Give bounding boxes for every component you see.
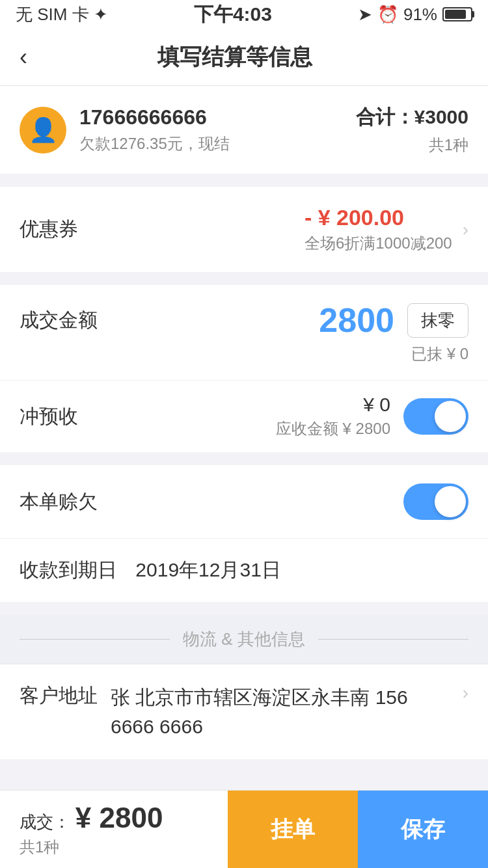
gap-1: [0, 174, 488, 187]
pre-right: ¥ 0 应收金额 ¥ 2800: [276, 394, 468, 439]
deal-amount-section: 成交金额 2800 抹零 已抹 ¥ 0: [0, 285, 488, 380]
coupon-label: 优惠券: [20, 216, 78, 243]
bottom-price: ¥ 2800: [75, 802, 163, 834]
pre-values: ¥ 0 应收金额 ¥ 2800: [276, 394, 390, 439]
address-chevron-icon: ›: [463, 683, 468, 703]
avatar: 👤: [20, 107, 66, 154]
gap-4: [0, 602, 488, 615]
due-date-label: 收款到期日: [20, 559, 117, 580]
status-bar: 无 SIM 卡 ✦ 下午4:03 ➤ ⏰ 91%: [0, 0, 488, 29]
coupon-chevron-icon: ›: [463, 219, 468, 240]
bottom-count: 共1种: [20, 837, 208, 858]
pre-collection-row: 冲预收 ¥ 0 应收金额 ¥ 2800: [0, 380, 488, 452]
divider-left: [20, 639, 170, 640]
round-button[interactable]: 抹零: [407, 303, 468, 338]
customer-info: 17666666666 欠款1276.35元，现结: [79, 105, 230, 154]
save-button[interactable]: 保存: [358, 791, 488, 868]
logistics-divider: 物流 & 其他信息: [0, 615, 488, 664]
status-left: 无 SIM 卡 ✦: [16, 3, 108, 26]
coupon-row[interactable]: 优惠券 - ¥ 200.00 全场6折满1000减200 ›: [0, 187, 488, 272]
total-count: 共1种: [356, 135, 468, 156]
bottom-info: 成交： ¥ 2800 共1种: [0, 791, 228, 868]
credit-label: 本单赊欠: [20, 489, 98, 515]
status-time: 下午4:03: [194, 1, 272, 28]
location-icon: ➤: [358, 5, 372, 25]
deal-right: 2800 抹零: [319, 301, 468, 340]
total-amount: 合计：¥3000: [356, 104, 468, 131]
coupon-discount: - ¥ 200.00: [305, 205, 452, 230]
hang-button[interactable]: 挂单: [228, 791, 358, 868]
coupon-desc: 全场6折满1000减200: [305, 233, 452, 254]
avatar-icon: 👤: [29, 116, 58, 144]
gap-2: [0, 272, 488, 285]
logistics-label: 物流 & 其他信息: [183, 628, 305, 651]
address-row[interactable]: 客户地址 张 北京市市辖区海淀区永丰南 156 6666 6666 ›: [0, 664, 488, 759]
bottom-deal-row: 成交： ¥ 2800: [20, 802, 208, 834]
pre-sub: 应收金额 ¥ 2800: [276, 418, 390, 439]
deal-amount-value: 2800: [319, 301, 394, 340]
due-date-value: 2019年12月31日: [135, 559, 280, 580]
toggle-knob: [435, 401, 466, 432]
customer-total: 合计：¥3000 共1种: [356, 104, 468, 156]
customer-phone: 17666666666: [79, 105, 230, 129]
pre-amount: ¥ 0: [276, 394, 390, 416]
gap-3: [0, 452, 488, 465]
pre-label: 冲预收: [20, 403, 78, 430]
battery-percent: 91%: [403, 5, 437, 25]
deal-sub: 已抹 ¥ 0: [20, 344, 468, 364]
back-button[interactable]: ‹: [20, 37, 40, 77]
credit-row: 本单赊欠: [0, 465, 488, 538]
coupon-right: - ¥ 200.00 全场6折满1000减200 ›: [305, 205, 468, 254]
customer-debt: 欠款1276.35元，现结: [79, 133, 230, 154]
customer-card: 👤 17666666666 欠款1276.35元，现结 合计：¥3000 共1种: [0, 86, 488, 174]
nav-bar: ‹ 填写结算等信息: [0, 29, 488, 86]
deal-label: 成交金额: [20, 307, 98, 334]
bottom-bar: 成交： ¥ 2800 共1种 挂单 保存: [0, 790, 488, 868]
credit-toggle-knob: [435, 486, 466, 517]
due-date-row: 收款到期日 2019年12月31日: [0, 539, 488, 602]
battery-icon: [442, 7, 472, 21]
address-label: 客户地址: [20, 683, 98, 709]
address-value: 张 北京市市辖区海淀区永丰南 156 6666 6666: [111, 683, 452, 741]
page-title: 填写结算等信息: [40, 42, 429, 72]
bottom-deal-label: 成交：: [20, 812, 70, 832]
divider-right: [318, 639, 468, 640]
sim-status: 无 SIM 卡 ✦: [16, 3, 108, 26]
alarm-icon: ⏰: [377, 5, 398, 25]
status-right: ➤ ⏰ 91%: [358, 5, 472, 25]
credit-toggle[interactable]: [403, 483, 468, 520]
pre-collection-toggle[interactable]: [403, 398, 468, 435]
